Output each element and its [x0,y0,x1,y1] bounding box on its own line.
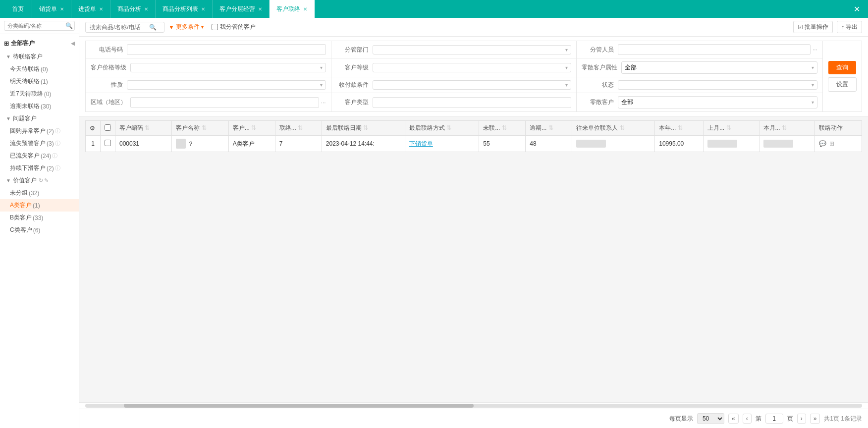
contact-method-link[interactable]: 下销货单 [409,140,433,147]
batch-operation-button[interactable]: ☑ 批量操作 [793,21,833,33]
horizontal-scrollbar[interactable] [85,404,862,408]
close-icon[interactable]: ✕ [60,6,64,12]
phone-input[interactable] [127,44,326,55]
scrollbar-thumb[interactable] [124,404,474,408]
th-contact-count[interactable]: 联络... ⇅ [275,121,322,136]
sidebar-item-tomorrow-contact[interactable]: 明天待联络 (1) [0,75,79,88]
th-label: 客户... [233,124,250,131]
dots-icon[interactable]: ··· [813,46,817,53]
th-customer-name[interactable]: 客户名称 ⇅ [172,121,228,136]
top-navigation: 首页 销货单 ✕ 进货单 ✕ 商品分析 ✕ 商品分析列表 ✕ 客户分层经营 ✕ … [0,0,868,18]
td-no-contact: 55 [479,136,526,152]
chevron-down-icon: ▾ [320,65,323,70]
sidebar-item-a-class[interactable]: A类客户 (1) [0,199,79,212]
export-button[interactable]: ↑ 导出 [837,21,862,33]
last-page-button[interactable]: » [810,414,820,424]
settings-button[interactable]: 设置 [828,77,857,92]
payment-select[interactable]: ▾ [373,80,572,90]
th-label: 本年... [659,124,676,131]
sidebar-item-ungrouped[interactable]: 未分组 (32) [0,187,79,199]
customer-table: ⚙ 客户编码 ⇅ 客户名称 ⇅ [85,120,862,152]
close-icon[interactable]: ✕ [303,6,307,12]
th-settings[interactable]: ⚙ [86,121,101,136]
chat-icon[interactable]: 💬 [819,140,826,147]
sidebar-group-problem[interactable]: ▼ 问题客户 [0,112,79,125]
nav-tab-sales[interactable]: 销货单 ✕ [32,0,71,18]
next-page-button[interactable]: › [797,414,806,424]
th-overdue-days[interactable]: 逾期... ⇅ [526,121,572,136]
nav-tab-customer-tier[interactable]: 客户分层经营 ✕ [213,0,270,18]
sidebar-item-churn-warning[interactable]: 流失预警客户 (3) ⓘ [0,137,79,150]
per-page-select[interactable]: 50 100 200 [697,413,724,424]
th-last-contact-method[interactable]: 最后联络方式 ⇅ [405,121,479,136]
info-icon: ⓘ [55,127,60,135]
th-current-year[interactable]: 本年... ⇅ [655,121,704,136]
th-contact-person[interactable]: 往来单位联系人 ⇅ [572,121,655,136]
status-select[interactable]: ▾ [618,80,817,90]
sidebar-item-repurchase-abnormal[interactable]: 回购异常客户 (2) ⓘ [0,125,79,137]
nav-tab-analysis[interactable]: 商品分析 ✕ [110,0,156,18]
filter-dept: 分管部门 ▾ [331,41,577,58]
th-label: 未联... [483,124,500,131]
customer-level-select[interactable]: ▾ [373,63,572,72]
retail-customer-select[interactable]: 全部 ▾ [618,96,817,108]
more-conditions-button[interactable]: ▼ 更多条件 ▾ [168,23,204,31]
page-number-input[interactable] [765,414,783,424]
th-customer-code[interactable]: 客户编码 ⇅ [115,121,172,136]
region-input[interactable] [130,97,319,108]
main-search-input[interactable] [90,24,149,31]
sort-icon: ⇅ [202,124,207,131]
first-page-button[interactable]: « [728,414,739,424]
nav-tab-customer-contact[interactable]: 客户联络 ✕ [270,0,315,18]
my-customers-checkbox[interactable] [212,24,218,30]
th-last-contact-date[interactable]: 最后联络日期 ⇅ [322,121,405,136]
dept-select[interactable]: ▾ [373,45,572,54]
app-close-button[interactable]: ✕ [850,4,864,14]
dots-icon[interactable]: ··· [321,99,326,106]
close-icon[interactable]: ✕ [258,6,262,12]
td-actions: 💬 ⊞ [815,136,862,152]
nav-tab-home[interactable]: 首页 [4,0,32,18]
sidebar-item-declining[interactable]: 持续下滑客户 (2) ⓘ [0,162,79,174]
sidebar-group-pending[interactable]: ▼ 待联络客户 [0,51,79,63]
edit-icon[interactable]: ✎ [44,177,49,184]
sidebar-search-input[interactable] [4,21,75,31]
manager-input[interactable] [618,44,811,55]
filter-right-actions: ☑ 批量操作 ↑ 导出 [793,21,862,33]
sidebar-item-today-contact[interactable]: 今天待联络 (0) [0,63,79,75]
sidebar-item-churned[interactable]: 已流失客户 (24) ⓘ [0,150,79,162]
customer-type-input[interactable] [373,97,572,108]
th-customer-level[interactable]: 客户... ⇅ [228,121,275,136]
nature-select[interactable]: ▾ [127,80,326,90]
retail-attr-select[interactable]: 全部 ▾ [621,61,817,74]
avatar [176,139,186,149]
info-icon: ⓘ [55,164,60,172]
sidebar-item-7day-contact[interactable]: 近7天待联络 (0) [0,88,79,100]
td-contact-count: 7 [275,136,322,152]
nav-tab-analysis-list[interactable]: 商品分析列表 ✕ [156,0,213,18]
td-year-amount: 10995.00 [655,136,704,152]
th-checkbox-all[interactable] [101,121,115,136]
select-all-checkbox[interactable] [105,124,111,131]
prev-page-button[interactable]: ‹ [743,414,752,424]
sidebar-group-value[interactable]: ▼ 价值客户 ↻ ✎ [0,174,79,187]
query-button[interactable]: 查询 [828,61,856,74]
sidebar-item-c-class[interactable]: C类客户 (6) [0,224,79,236]
nav-tab-purchase[interactable]: 进货单 ✕ [71,0,110,18]
th-label: 客户名称 [176,124,200,131]
th-no-contact-days[interactable]: 未联... ⇅ [479,121,526,136]
sort-icon: ⇅ [678,124,683,131]
settings-icon[interactable]: ⚙ [90,125,95,132]
close-icon[interactable]: ✕ [201,6,205,12]
close-icon[interactable]: ✕ [99,6,103,12]
price-level-select[interactable]: ▾ [130,63,326,72]
refresh-icon[interactable]: ↻ [39,177,43,184]
th-last-month[interactable]: 上月... ⇅ [704,121,759,136]
sidebar-item-b-class[interactable]: B类客户 (33) [0,212,79,224]
link-icon[interactable]: ⊞ [829,140,834,147]
sidebar-item-overdue-contact[interactable]: 逾期未联络 (30) [0,100,79,112]
sidebar-all-customers[interactable]: ⊞ 全部客户 ◀ [0,36,79,51]
row-checkbox[interactable] [105,140,111,146]
th-current-month[interactable]: 本月... ⇅ [759,121,814,136]
close-icon[interactable]: ✕ [144,6,148,12]
